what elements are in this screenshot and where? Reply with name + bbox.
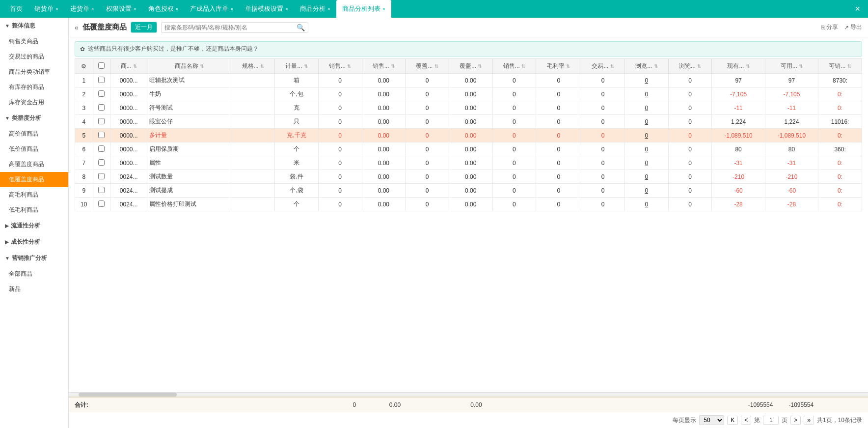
row-trade: 0 xyxy=(581,74,625,87)
sidebar-section-overview-title[interactable]: ▼ 整体信息 xyxy=(0,18,68,34)
row-checkbox[interactable] xyxy=(93,156,110,170)
nav-close-role[interactable]: × xyxy=(176,6,179,12)
row-browse1[interactable]: 0 xyxy=(624,143,668,156)
nav-template[interactable]: 单据模板设置 × xyxy=(239,0,294,18)
table-row: 7 0000... 属性 米 0 0.00 0 0.00 0 0 0 0 0 -… xyxy=(75,156,862,170)
sidebar-item-high-value[interactable]: 高价值商品 xyxy=(0,126,68,142)
col-unit[interactable]: 计量... ⇅ xyxy=(275,59,319,74)
nav-sales-order[interactable]: 销货单 × xyxy=(28,0,64,18)
col-available[interactable]: 可用... ⇅ xyxy=(765,59,818,74)
sidebar-item-high-margin[interactable]: 高毛利商品 xyxy=(0,187,68,202)
row-checkbox[interactable] xyxy=(93,184,110,198)
nav-close-sales[interactable]: × xyxy=(55,6,58,12)
row-name[interactable]: 多计量 xyxy=(147,129,231,143)
col-trade[interactable]: 交易... ⇅ xyxy=(581,59,625,74)
collapse-sidebar-button[interactable]: « xyxy=(75,24,79,31)
next-page-button[interactable]: > xyxy=(790,416,801,425)
sidebar-item-new-goods[interactable]: 新品 xyxy=(0,282,68,297)
select-all-checkbox[interactable] xyxy=(98,62,105,69)
row-name[interactable]: 属性 xyxy=(147,156,231,170)
window-close-button[interactable]: × xyxy=(851,4,864,14)
sidebar-item-sales-goods[interactable]: 销售类商品 xyxy=(0,34,68,49)
col-cover1[interactable]: 覆盖... ⇅ xyxy=(406,59,449,74)
row-checkbox[interactable] xyxy=(93,87,110,101)
row-name[interactable]: 眼宝公仔 xyxy=(147,115,231,129)
sidebar-item-all-goods[interactable]: 全部商品 xyxy=(0,266,68,282)
row-browse1[interactable]: 0 xyxy=(624,170,668,184)
row-name[interactable]: 牛奶 xyxy=(147,87,231,101)
row-checkbox[interactable] xyxy=(93,198,110,211)
sidebar-item-stock-capital[interactable]: 库存资金占用 xyxy=(0,95,68,110)
row-browse1[interactable]: 0 xyxy=(624,101,668,115)
nav-close-purchase[interactable]: × xyxy=(91,6,94,12)
row-browse1[interactable]: 0 xyxy=(624,198,668,211)
sidebar-item-low-coverage[interactable]: 低覆盖度商品 xyxy=(0,172,68,187)
first-page-button[interactable]: K xyxy=(727,416,738,425)
last-page-button[interactable]: » xyxy=(804,416,814,425)
row-checkbox[interactable] xyxy=(93,129,110,143)
row-name[interactable]: 旺辅批次测试 xyxy=(147,74,231,87)
col-sales-amt[interactable]: 销售... ⇅ xyxy=(362,59,406,74)
row-browse1[interactable]: 0 xyxy=(624,74,668,87)
row-name[interactable]: 启用保质期 xyxy=(147,143,231,156)
nav-close-product[interactable]: × xyxy=(230,6,233,12)
row-name[interactable]: 属性价格打印测试 xyxy=(147,198,231,211)
col-browse1[interactable]: 浏览... ⇅ xyxy=(624,59,668,74)
search-input[interactable] xyxy=(164,24,297,31)
col-code[interactable]: 商... ⇅ xyxy=(110,59,147,74)
sidebar-section-growth-title[interactable]: ▶ 成长性分析 xyxy=(0,234,68,250)
nav-goods-analysis-list[interactable]: 商品分析列表 × xyxy=(336,0,391,18)
row-name[interactable]: 测试数量 xyxy=(147,170,231,184)
row-browse1[interactable]: 0 xyxy=(624,87,668,101)
search-icon[interactable]: 🔍 xyxy=(297,24,305,31)
per-page-select[interactable]: 50 100 200 xyxy=(699,415,724,425)
row-browse1[interactable]: 0 xyxy=(624,129,668,143)
col-gross-rate[interactable]: 毛利率 ⇅ xyxy=(536,59,581,74)
row-checkbox[interactable] xyxy=(93,101,110,115)
sidebar-item-high-coverage[interactable]: 高覆盖度商品 xyxy=(0,157,68,172)
filter-recent-month[interactable]: 近一月 xyxy=(131,22,157,33)
col-sales2[interactable]: 销售... ⇅ xyxy=(492,59,536,74)
nav-goods-analysis[interactable]: 商品分析 × xyxy=(294,0,336,18)
nav-permission[interactable]: 权限设置 × xyxy=(100,0,142,18)
row-checkbox[interactable] xyxy=(93,115,110,129)
sidebar-section-marketing-title[interactable]: ▼ 营销推广分析 xyxy=(0,250,68,266)
col-settings[interactable]: ⚙ xyxy=(75,59,93,74)
row-browse1[interactable]: 0 xyxy=(624,156,668,170)
row-browse1[interactable]: 0 xyxy=(624,115,668,129)
row-browse1[interactable]: 0 xyxy=(624,184,668,198)
page-input[interactable] xyxy=(763,416,779,425)
nav-close-template[interactable]: × xyxy=(285,6,288,12)
row-checkbox[interactable] xyxy=(93,143,110,156)
col-browse2[interactable]: 浏览... ⇅ xyxy=(668,59,712,74)
prev-page-button[interactable]: < xyxy=(741,416,751,425)
sidebar-item-traded-goods[interactable]: 交易过的商品 xyxy=(0,49,68,64)
nav-role-auth[interactable]: 角色授权 × xyxy=(142,0,185,18)
sidebar-section-liquidity-title[interactable]: ▶ 流通性分析 xyxy=(0,218,68,234)
row-no: 10 xyxy=(75,198,93,211)
export-button[interactable]: ↗ 导出 xyxy=(844,23,862,31)
col-spec[interactable]: 规格... ⇅ xyxy=(231,59,275,74)
col-current[interactable]: 现有... ⇅ xyxy=(712,59,765,74)
col-name[interactable]: 商品名称 ⇅ xyxy=(147,59,231,74)
sidebar-item-low-value[interactable]: 低价值商品 xyxy=(0,142,68,157)
sidebar-item-stock-goods[interactable]: 有库存的商品 xyxy=(0,80,68,95)
sidebar-item-low-margin[interactable]: 低毛利商品 xyxy=(0,202,68,218)
share-button[interactable]: ⎘ 分享 xyxy=(821,23,838,31)
nav-close-goods-list[interactable]: × xyxy=(382,6,385,12)
nav-close-goods-analysis[interactable]: × xyxy=(327,6,330,12)
col-sales-qty[interactable]: 销售... ⇅ xyxy=(318,59,362,74)
row-name[interactable]: 测试提成 xyxy=(147,184,231,198)
row-name[interactable]: 符号测试 xyxy=(147,101,231,115)
nav-close-permission[interactable]: × xyxy=(134,6,136,12)
nav-home[interactable]: 首页 xyxy=(4,0,28,18)
col-cover2[interactable]: 覆盖... ⇅ xyxy=(449,59,492,74)
row-checkbox[interactable] xyxy=(93,74,110,87)
col-saleable[interactable]: 可销... ⇅ xyxy=(818,59,862,74)
nav-purchase-order[interactable]: 进货单 × xyxy=(64,0,100,18)
sidebar-section-cluster-title[interactable]: ▼ 类群度分析 xyxy=(0,110,68,126)
row-checkbox[interactable] xyxy=(93,170,110,184)
row-current: -60 xyxy=(712,184,765,198)
sidebar-item-category-rate[interactable]: 商品分类动销率 xyxy=(0,64,68,80)
nav-product-instock[interactable]: 产成品入库单 × xyxy=(184,0,239,18)
